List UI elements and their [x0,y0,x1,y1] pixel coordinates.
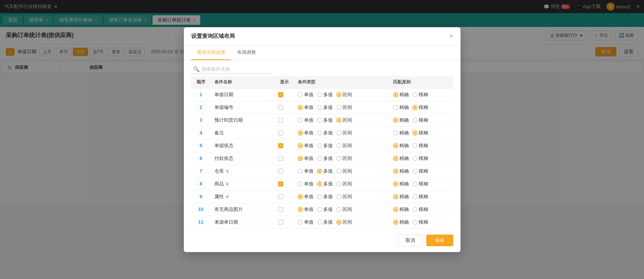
match-radio-item[interactable]: 精确 [393,155,409,162]
radio-circle [393,181,398,186]
row-checkbox-cell [274,139,295,152]
table-row: 7仓库 ∨单值多值区间精确模糊 [191,165,453,177]
type-radio-item[interactable]: 单值 [298,91,313,98]
radio-circle [336,143,341,148]
match-radio-item[interactable]: 模糊 [412,117,428,123]
type-radio-item[interactable]: 区间 [336,142,352,149]
type-radio-group: 单值多值区间 [298,142,386,149]
type-radio-group: 单值多值区间 [298,155,386,162]
table-row: 6付款状态单值多值区间精确模糊 [191,152,453,165]
type-radio-item[interactable]: 单值 [298,193,313,200]
radio-circle [412,181,418,186]
type-radio-item[interactable]: 区间 [336,181,352,187]
match-radio-item[interactable]: 模糊 [412,104,428,111]
row-checkbox[interactable] [278,118,283,123]
type-radio-item[interactable]: 区间 [336,117,352,123]
type-radio-item[interactable]: 多值 [317,117,333,123]
type-radio-item[interactable]: 单值 [298,104,313,111]
row-type-cell: 单值多值区间 [294,203,390,205]
dialog-tab-layout[interactable]: 布局调整 [231,46,262,60]
match-radio-item[interactable]: 精确 [393,142,409,149]
type-radio-item[interactable]: 多值 [317,130,333,136]
type-radio-item[interactable]: 多值 [317,168,333,174]
row-checkbox[interactable] [278,143,283,148]
match-radio-item[interactable]: 精确 [393,181,409,187]
table-row: 3预计到货日期单值多值区间精确模糊 [191,114,453,126]
match-radio-item[interactable]: 精确 [393,117,409,123]
radio-circle [393,92,398,97]
row-name: 单据编号 [211,101,274,114]
row-checkbox[interactable] [278,181,283,186]
radio-circle [336,156,341,161]
dialog-close-button[interactable]: × [449,32,453,40]
match-radio-item[interactable]: 模糊 [412,193,428,200]
row-checkbox[interactable] [278,92,283,97]
type-radio-item[interactable]: 区间 [336,91,352,98]
row-name: 单据日期 [211,88,274,101]
type-radio-item[interactable]: 单值 [298,168,313,174]
type-radio-item[interactable]: 多值 [317,181,333,187]
type-radio-item[interactable]: 单值 [298,155,313,162]
row-checkbox[interactable] [278,194,283,199]
type-radio-item[interactable]: 多值 [317,142,333,149]
col-display: 显示 [274,76,295,89]
type-radio-item[interactable]: 单值 [298,117,313,123]
radio-circle [317,181,322,186]
row-order: 9 [191,190,211,203]
match-radio-item[interactable]: 模糊 [412,130,428,136]
type-radio-item[interactable]: 多值 [317,155,333,162]
search-input[interactable] [202,66,269,72]
radio-circle [298,156,303,161]
type-radio-item[interactable]: 多值 [317,193,333,200]
col-order: 顺序 [191,76,211,89]
match-radio-item[interactable]: 模糊 [412,168,428,174]
row-checkbox-cell [274,152,295,165]
match-radio-group: 精确模糊 [393,193,450,200]
dialog-search-area: 🔍 [184,60,461,76]
match-radio-item[interactable]: 精确 [393,104,409,111]
match-radio-item[interactable]: 精确 [393,168,409,174]
row-checkbox[interactable] [278,130,283,135]
radio-circle [336,169,341,174]
type-radio-item[interactable]: 单值 [298,142,313,149]
type-radio-item[interactable]: 区间 [336,130,352,136]
row-match-cell: 精确模糊 [390,126,453,139]
radio-circle [412,92,418,97]
row-checkbox[interactable] [278,105,283,110]
row-type-cell: 单值多值区间 [294,165,390,177]
row-checkbox-cell [274,165,295,177]
row-order: 4 [191,126,211,139]
dialog-tab-query-fields[interactable]: 查询字段设置 [191,46,231,60]
match-radio-item[interactable]: 模糊 [412,142,428,149]
radio-circle [298,130,303,135]
radio-circle [393,194,398,199]
radio-circle [317,169,322,174]
row-order: 2 [191,101,211,114]
radio-circle [298,105,303,110]
match-radio-item[interactable]: 精确 [393,91,409,98]
type-radio-item[interactable]: 单值 [298,181,313,187]
match-radio-item[interactable]: 精确 [393,130,409,136]
radio-circle [412,194,418,199]
match-radio-item[interactable]: 模糊 [412,155,428,162]
type-radio-item[interactable]: 区间 [336,168,352,174]
type-radio-item[interactable]: 区间 [336,104,352,111]
row-checkbox[interactable] [278,156,283,161]
match-radio-item[interactable]: 精确 [393,193,409,200]
conditions-table: 顺序 条件名称 显示 条件类型 匹配原则 1单据日期单值多值区间精确模糊2单据编… [191,76,453,205]
match-radio-group: 精确模糊 [393,155,450,162]
row-type-cell: 单值多值区间 [294,139,390,152]
search-box: 🔍 [191,65,271,74]
match-radio-item[interactable]: 模糊 [412,91,428,98]
row-checkbox[interactable] [278,169,283,174]
type-radio-item[interactable]: 区间 [336,193,352,200]
radio-circle [393,156,398,161]
type-radio-item[interactable]: 多值 [317,104,333,111]
radio-circle [412,169,418,174]
match-radio-group: 精确模糊 [393,181,450,187]
type-radio-item[interactable]: 单值 [298,130,313,136]
type-radio-item[interactable]: 多值 [317,91,333,98]
radio-circle [298,194,303,199]
type-radio-item[interactable]: 区间 [336,155,352,162]
match-radio-item[interactable]: 模糊 [412,181,428,187]
